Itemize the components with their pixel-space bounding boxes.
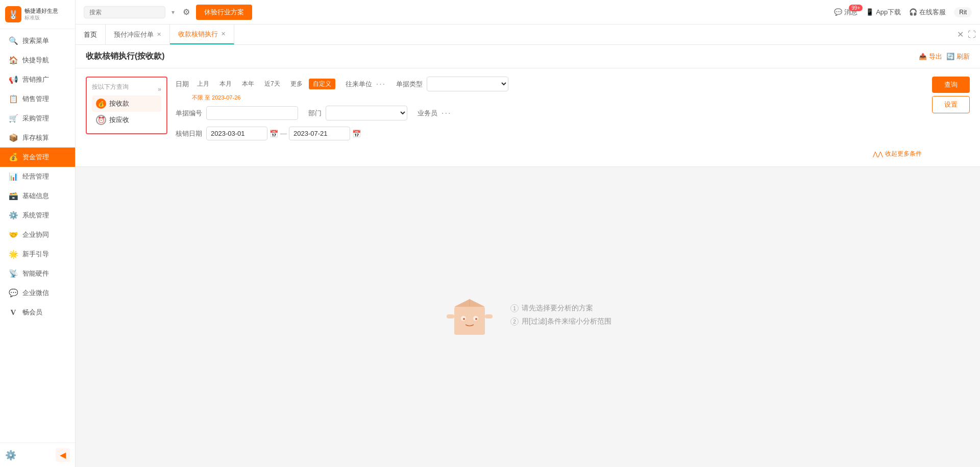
doc-no-input[interactable] — [206, 106, 298, 120]
topbar-gear-icon[interactable]: ⚙ — [183, 7, 190, 17]
sidebar-item-operation[interactable]: 📊 经营管理 — [0, 167, 75, 186]
sidebar-item-basic[interactable]: 🗃️ 基础信息 — [0, 186, 75, 206]
sidebar-label-member: 畅会员 — [22, 308, 42, 317]
topbar-chevron-icon[interactable]: ▾ — [172, 9, 175, 16]
settings-icon[interactable]: ⚙️ — [5, 450, 16, 461]
page-header: 收款核销执行(按收款) 📤 导出 🔄 刷新 — [76, 45, 980, 68]
sidebar-item-sales[interactable]: 📋 销售管理 — [0, 89, 75, 109]
sidebar-item-system[interactable]: ⚙️ 系统管理 — [0, 206, 75, 225]
filter-option-by-receipt[interactable]: 💰 按收款 — [92, 95, 161, 112]
sidebar-item-purchase[interactable]: 🛒 采购管理 — [0, 109, 75, 128]
close-window-icon[interactable]: ✕ — [957, 30, 964, 39]
sidebar-item-wechat[interactable]: 💬 企业微信 — [0, 283, 75, 303]
service-icon: 🎧 — [909, 8, 917, 16]
svg-point-4 — [463, 318, 465, 320]
export-button[interactable]: 📤 导出 — [919, 52, 942, 61]
sidebar-item-enterprise[interactable]: 🤝 企业协同 — [0, 225, 75, 244]
tip-text-2: 用[过滤]条件来缩小分析范围 — [522, 317, 611, 326]
collection-tab-close-icon[interactable]: ✕ — [221, 31, 226, 37]
date-preset-7days[interactable]: 近7天 — [260, 79, 284, 89]
sidebar-item-inventory[interactable]: 📦 库存核算 — [0, 128, 75, 148]
writeoff-date-field: 核销日期 📅 — 📅 — [176, 127, 361, 140]
date-preset-this-year[interactable]: 本年 — [238, 79, 258, 89]
tip-num-2: 2 — [510, 317, 519, 326]
sidebar-footer: ⚙️ ◀ — [0, 443, 75, 467]
sidebar-label-finance: 资金管理 — [22, 153, 49, 162]
marketing-icon: 📢 — [8, 75, 18, 84]
svg-point-5 — [475, 318, 477, 320]
tab-home[interactable]: 首页 — [76, 24, 106, 44]
unit-dots[interactable]: ··· — [376, 80, 386, 89]
staff-filter-field: 业务员 ··· — [418, 109, 451, 118]
industry-solution-button[interactable]: 休验行业方案 — [196, 5, 252, 20]
filter-main: 按以下方查询 » 💰 按收款 ⏰ 按应收 — [86, 77, 970, 158]
user-name[interactable]: Rit — [954, 7, 972, 17]
maximize-window-icon[interactable]: ⛶ — [968, 30, 976, 39]
filter-option-by-receivable[interactable]: ⏰ 按应收 — [92, 112, 161, 128]
date-preset-custom[interactable]: 自定义 — [309, 79, 335, 89]
message-container[interactable]: 💬 消息 99+ — [834, 8, 857, 17]
date-sub-text: 不限 至 2023-07-26 — [192, 94, 240, 101]
writeoff-date-range: 📅 — 📅 — [206, 127, 361, 140]
doc-no-label: 单据编号 — [176, 109, 202, 118]
date-preset-this-month[interactable]: 本月 — [215, 79, 236, 89]
sidebar-item-hardware[interactable]: 📡 智能硬件 — [0, 264, 75, 283]
filter-panel-chevron-icon[interactable]: » — [158, 86, 161, 93]
writeoff-date-label: 核销日期 — [176, 129, 202, 138]
collapse-conditions-btn[interactable]: ⋀⋀ 收起更多条件 — [176, 146, 922, 158]
topbar: ▾ ⚙ 休验行业方案 💬 消息 99+ 📱 App下载 🎧 在线客服 Rit — [76, 0, 980, 24]
system-icon: ⚙️ — [8, 211, 18, 220]
date-presets: 上月 本月 本年 近7天 更多 自定义 — [193, 79, 335, 89]
writeoff-start-cal-icon[interactable]: 📅 — [270, 130, 278, 138]
unit-filter-field: 往来单位 ··· — [346, 80, 386, 89]
tab-collection[interactable]: 收款核销执行 ✕ — [170, 24, 234, 44]
sidebar-label-quick: 快捷导航 — [22, 56, 49, 65]
sidebar-label-enterprise: 企业协同 — [22, 230, 49, 239]
sidebar-item-quick[interactable]: 🏠 快捷导航 — [0, 51, 75, 70]
sidebar-label-inventory: 库存核算 — [22, 133, 49, 142]
collection-tab-label: 收款核销执行 — [178, 30, 218, 39]
dept-select[interactable] — [326, 106, 407, 120]
date-preset-last-month[interactable]: 上月 — [193, 79, 213, 89]
message-badge: 99+ — [849, 5, 863, 11]
writeoff-end-input[interactable] — [289, 127, 350, 140]
empty-tip-2: 2 用[过滤]条件来缩小分析范围 — [510, 317, 611, 326]
sidebar-label-hardware: 智能硬件 — [22, 269, 49, 278]
doc-type-select[interactable] — [427, 77, 508, 91]
writeoff-start-input[interactable] — [206, 127, 267, 140]
phone-icon: 📱 — [866, 8, 874, 16]
refresh-button[interactable]: 🔄 刷新 — [946, 52, 970, 61]
basic-icon: 🗃️ — [8, 191, 18, 201]
prepay-tab-close-icon[interactable]: ✕ — [157, 31, 161, 38]
app-logo: 🐰 畅捷通好生意 标准版 — [0, 0, 75, 29]
dept-label: 部门 — [308, 109, 322, 118]
operation-icon: 📊 — [8, 172, 18, 181]
filter-right: 日期 上月 本月 本年 近7天 更多 自定义 — [176, 77, 970, 158]
sidebar-item-search[interactable]: 🔍 搜索菜单 — [0, 31, 75, 51]
svg-rect-7 — [485, 314, 493, 318]
date-preset-more[interactable]: 更多 — [286, 79, 307, 89]
content-area: 收款核销执行(按收款) 📤 导出 🔄 刷新 按以下方查询 » — [76, 45, 980, 467]
tab-prepay[interactable]: 预付冲应付单 ✕ — [106, 24, 170, 44]
filter-settings-button[interactable]: 设置 — [932, 96, 970, 113]
sidebar-item-marketing[interactable]: 📢 营销推广 — [0, 70, 75, 89]
inventory-icon: 📦 — [8, 133, 18, 142]
topbar-search-input[interactable] — [84, 6, 165, 18]
sidebar-item-finance[interactable]: 💰 资金管理 — [0, 148, 75, 167]
app-version: 标准版 — [24, 14, 58, 21]
export-icon: 📤 — [919, 53, 927, 60]
staff-dots[interactable]: ··· — [442, 109, 451, 118]
collapse-sidebar-icon[interactable]: ◀ — [56, 448, 70, 462]
page-actions: 📤 导出 🔄 刷新 — [919, 52, 970, 61]
sidebar-item-member[interactable]: V 畅会员 — [0, 303, 75, 322]
query-button[interactable]: 查询 — [932, 77, 970, 93]
sidebar-label-sales: 销售管理 — [22, 94, 49, 104]
sidebar-nav: 🔍 搜索菜单 🏠 快捷导航 📢 营销推广 📋 销售管理 🛒 采购管理 📦 库存核… — [0, 29, 75, 443]
search-menu-icon: 🔍 — [8, 36, 18, 45]
svg-rect-0 — [454, 307, 485, 335]
sidebar-item-guide[interactable]: 🌟 新手引导 — [0, 244, 75, 264]
collapse-up-icon: ⋀⋀ — [873, 151, 883, 158]
writeoff-end-cal-icon[interactable]: 📅 — [352, 130, 361, 138]
app-download[interactable]: 📱 App下载 — [866, 8, 901, 17]
online-service[interactable]: 🎧 在线客服 — [909, 8, 946, 17]
